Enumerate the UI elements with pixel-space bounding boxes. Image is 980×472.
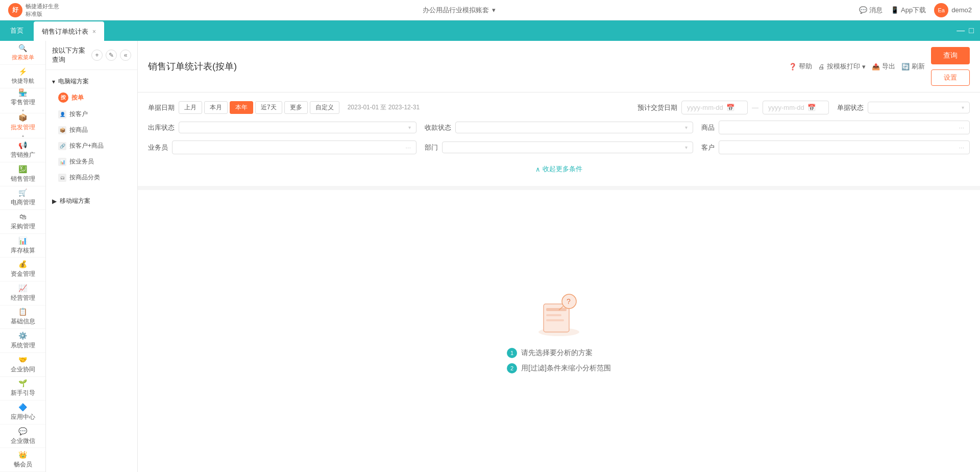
message-icon: 💬	[859, 6, 867, 14]
header-actions: ❓ 帮助 🖨 按模板打印 ▾ 📤 导出 🔄 刷新 查询	[789, 47, 970, 86]
scheme-by-customer-goods[interactable]: 🔗 按客户+商品	[46, 138, 137, 154]
pc-group-title[interactable]: ▾ 电脑端方案	[46, 74, 137, 89]
sidebar-item-system[interactable]: ⚙️ 系统管理	[0, 329, 45, 353]
sidebar-item-sales[interactable]: 💹 销售管理	[0, 162, 45, 186]
department-label: 部门	[425, 143, 438, 152]
sidebar-item-operations[interactable]: 📈 经营管理	[0, 281, 45, 305]
order-status-label: 单据状态	[837, 103, 864, 112]
more-btn[interactable]: 更多	[284, 101, 308, 114]
empty-hint-1: 1 请先选择要分析的方案	[507, 348, 611, 358]
scheme-by-order[interactable]: 按 按单	[46, 89, 137, 106]
app-icon: 📱	[891, 6, 899, 14]
current-month-btn[interactable]: 本月	[204, 101, 228, 114]
calendar-start-icon: 📅	[726, 104, 734, 111]
print-btn[interactable]: 🖨 按模板打印 ▾	[818, 62, 866, 71]
sidebar-item-retail[interactable]: 🏪 零售管理 ▾	[0, 88, 45, 113]
scheme-by-salesperson[interactable]: 📊 按业务员	[46, 154, 137, 170]
edit-scheme-btn[interactable]: ✎	[106, 50, 117, 61]
tab-active[interactable]: 销售订单统计表 ×	[34, 21, 104, 42]
payment-caret-icon: ▾	[685, 125, 688, 130]
tab-close-icon[interactable]: ×	[92, 28, 96, 35]
sales-icon: 💹	[18, 165, 27, 173]
svg-text:?: ?	[567, 297, 571, 305]
sidebar-item-marketing[interactable]: 📢 营销推广	[0, 138, 45, 162]
department-select[interactable]: ▾	[442, 141, 693, 153]
topbar-center[interactable]: 办公用品行业模拟账套 ▾	[423, 6, 496, 15]
user-area[interactable]: Ea demo2	[934, 3, 972, 17]
hint-num-2: 2	[507, 363, 517, 373]
sidebar-item-wechat[interactable]: 💬 企业微信	[0, 424, 45, 449]
quick-nav[interactable]: ⚡ 快捷导航	[0, 65, 45, 89]
maximize-icon[interactable]: □	[969, 26, 974, 35]
expected-date-end[interactable]: yyyy-mm-dd 📅	[763, 101, 829, 114]
mobile-group-title[interactable]: ▶ 移动端方案	[46, 194, 137, 208]
refresh-btn[interactable]: 🔄 刷新	[901, 62, 925, 71]
tabbar: 首页 销售订单统计表 × — □	[0, 20, 980, 41]
shipment-label: 出库状态	[148, 123, 175, 132]
current-year-btn[interactable]: 本年	[230, 101, 253, 114]
sidebar-item-finance[interactable]: 💰 资金管理	[0, 257, 45, 281]
content-header: 销售订单统计表(按单) ❓ 帮助 🖨 按模板打印 ▾ 📤 导出 🔄 刷新	[138, 41, 980, 92]
expected-date-label: 预计交货日期	[638, 103, 677, 112]
date-filter-item: 单据日期 上月 本月 本年 近7天 更多 自定义 2023-01-01 至 20…	[148, 101, 420, 114]
sidebar-item-newbie[interactable]: 🌱 新手引导	[0, 377, 45, 401]
sidebar-item-ecommerce[interactable]: 🛒 电商管理	[0, 186, 45, 210]
topbar-right: 💬 消息 📱 App下载 Ea demo2	[859, 3, 972, 17]
sidebar-item-member[interactable]: 👑 畅会员	[0, 448, 45, 472]
export-btn[interactable]: 📤 导出	[872, 62, 895, 71]
search-icon: 🔍	[18, 44, 27, 52]
collapse-panel-btn[interactable]: «	[120, 50, 131, 61]
left-panel-actions: + ✎ «	[91, 50, 131, 61]
customer-label: 客户	[701, 143, 715, 152]
app-download-btn[interactable]: 📱 App下载	[891, 6, 926, 15]
sidebar-item-apps[interactable]: 🔷 应用中心	[0, 400, 45, 424]
custom-btn[interactable]: 自定义	[310, 101, 339, 114]
goods-select[interactable]: ···	[719, 121, 970, 134]
prev-month-btn[interactable]: 上月	[179, 101, 202, 114]
settings-button[interactable]: 设置	[931, 69, 970, 86]
sidebar-item-basic[interactable]: 📋 基础信息	[0, 305, 45, 329]
sidebar-item-wholesale[interactable]: 📦 批发管理 ▴	[0, 113, 45, 138]
mobile-expand-icon: ▶	[52, 198, 57, 205]
tab-home[interactable]: 首页	[0, 20, 34, 41]
wholesale-arrow-icon: ▴	[22, 133, 24, 138]
collapse-filter-btn[interactable]: ∧ 收起更多条件	[148, 160, 970, 178]
scheme-by-goods[interactable]: 📦 按商品	[46, 122, 137, 138]
payment-select[interactable]: ▾	[455, 122, 693, 133]
dropdown-arrow-icon[interactable]: ▾	[492, 6, 496, 14]
scheme-by-customer[interactable]: 👤 按客户	[46, 106, 137, 122]
expected-date-start[interactable]: yyyy-mm-dd 📅	[681, 101, 748, 114]
svg-rect-2	[546, 308, 567, 311]
last7days-btn[interactable]: 近7天	[255, 101, 282, 114]
query-button[interactable]: 查询	[931, 47, 970, 64]
shipment-select[interactable]: ▾	[179, 122, 416, 133]
enterprise-icon: 🤝	[18, 356, 27, 364]
search-menu-nav[interactable]: 🔍 搜索菜单	[0, 41, 45, 65]
sidebar-item-inventory[interactable]: 📊 库存核算	[0, 234, 45, 258]
order-status-select[interactable]: ▾	[868, 102, 970, 113]
payment-filter: 收款状态 ▾	[425, 122, 693, 133]
payment-label: 收款状态	[425, 123, 451, 132]
salesperson-dots-icon: ···	[405, 144, 411, 151]
add-scheme-btn[interactable]: +	[91, 50, 103, 61]
order-status-caret-icon: ▾	[962, 105, 964, 110]
message-btn[interactable]: 💬 消息	[859, 6, 883, 15]
svg-rect-3	[546, 314, 561, 316]
sidebar-item-purchase[interactable]: 🛍 采购管理	[0, 210, 45, 234]
scheme-by-category[interactable]: 🗂 按商品分类	[46, 170, 137, 185]
logo-area: 好 畅捷通好生意 标准版	[8, 3, 59, 17]
sidebar-item-enterprise[interactable]: 🤝 企业协同	[0, 353, 45, 377]
help-btn[interactable]: ❓ 帮助	[789, 62, 812, 71]
tabbar-right: — □	[957, 26, 980, 35]
basic-icon: 📋	[18, 308, 27, 316]
hint-num-1: 1	[507, 348, 517, 358]
customer-select[interactable]: ···	[719, 140, 970, 154]
purchase-icon: 🛍	[19, 213, 27, 221]
wechat-icon: 💬	[18, 427, 27, 435]
by-salesperson-icon: 📊	[58, 158, 66, 166]
quick-nav-icon: ⚡	[18, 67, 27, 76]
salesperson-select[interactable]: ···	[172, 140, 416, 154]
page-title: 销售订单统计表(按单)	[148, 60, 237, 73]
goods-filter: 商品 ···	[701, 121, 970, 134]
minimize-icon[interactable]: —	[957, 26, 965, 35]
